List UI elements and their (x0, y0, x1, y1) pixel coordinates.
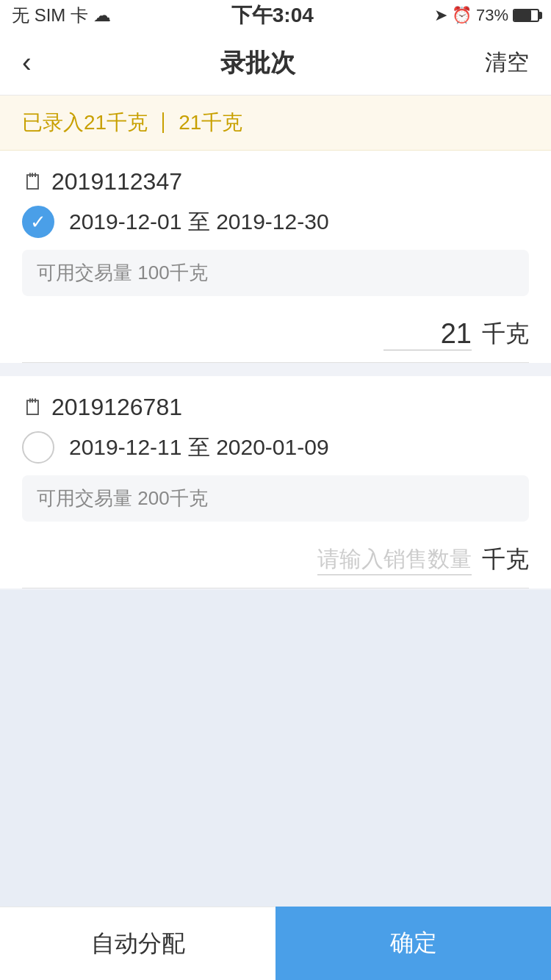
batch-date-2: 2019-12-11 至 2020-01-09 (69, 433, 329, 463)
recorded-amount-value: 21千克 (179, 109, 242, 137)
batch-date-1: 2019-12-01 至 2019-12-30 (69, 207, 329, 237)
clear-button[interactable]: 清空 (485, 48, 529, 78)
nav-bar: ‹ 录批次 清空 (0, 31, 551, 96)
checkbox-2[interactable] (22, 431, 54, 464)
batch-row-2: 2019-12-11 至 2020-01-09 (0, 428, 551, 471)
no-sim-label: 无 SIM 卡 ☁ (12, 4, 111, 27)
status-right: ➤ ⏰ 73% (434, 6, 539, 25)
qty-value-1: 21 (441, 318, 472, 349)
qty-input-1[interactable]: 21 (383, 318, 472, 350)
input-row-2: 请输入销售数量 千克 (0, 532, 551, 588)
batch-id-2: 2019126781 (51, 394, 182, 421)
status-bar: 无 SIM 卡 ☁ 下午3:04 ➤ ⏰ 73% (0, 0, 551, 31)
main-content: 🗒 2019112347 ✓ 2019-12-01 至 2019-12-30 可… (0, 151, 551, 980)
card-gap (0, 364, 551, 376)
input-unit-2: 千克 (482, 544, 529, 576)
qty-unit-1: 千克 (482, 318, 529, 350)
separator-1 (22, 362, 529, 363)
batch-header-1: 🗒 2019112347 (0, 151, 551, 203)
available-qty-1: 可用交易量 100千克 (22, 250, 529, 296)
batch-card-2: 🗒 2019126781 2019-12-11 至 2020-01-09 可用交… (0, 376, 551, 588)
info-divider (162, 112, 164, 133)
back-button[interactable]: ‹ (22, 47, 32, 79)
checkbox-1[interactable]: ✓ (22, 206, 54, 238)
available-qty-2: 可用交易量 200千克 (22, 475, 529, 522)
checkmark-1: ✓ (30, 212, 46, 231)
qty-input-2[interactable]: 请输入销售数量 (317, 544, 472, 575)
alarm-icon: ⏰ (452, 6, 472, 25)
location-icon: ➤ (434, 6, 447, 25)
auto-distribute-button[interactable]: 自动分配 (0, 907, 276, 980)
document-icon-2: 🗒 (22, 395, 44, 420)
batch-card-1: 🗒 2019112347 ✓ 2019-12-01 至 2019-12-30 可… (0, 151, 551, 363)
info-banner: 已录入21千克 21千克 (0, 96, 551, 151)
document-icon-1: 🗒 (22, 170, 44, 195)
qty-row-1: 21 千克 (0, 306, 551, 362)
batch-row-1: ✓ 2019-12-01 至 2019-12-30 (0, 203, 551, 245)
page-title: 录批次 (220, 46, 295, 80)
bottom-bar: 自动分配 确定 (0, 907, 551, 980)
confirm-button[interactable]: 确定 (276, 907, 551, 980)
status-left: 无 SIM 卡 ☁ (12, 4, 111, 27)
separator-2 (22, 588, 529, 588)
batch-header-2: 🗒 2019126781 (0, 376, 551, 428)
input-placeholder-2: 请输入销售数量 (317, 547, 472, 571)
battery-label: 73% (476, 6, 508, 25)
battery-icon (513, 9, 539, 22)
status-time: 下午3:04 (231, 1, 314, 29)
batch-id-1: 2019112347 (51, 168, 182, 195)
recorded-amount-label: 已录入21千克 (22, 109, 148, 137)
